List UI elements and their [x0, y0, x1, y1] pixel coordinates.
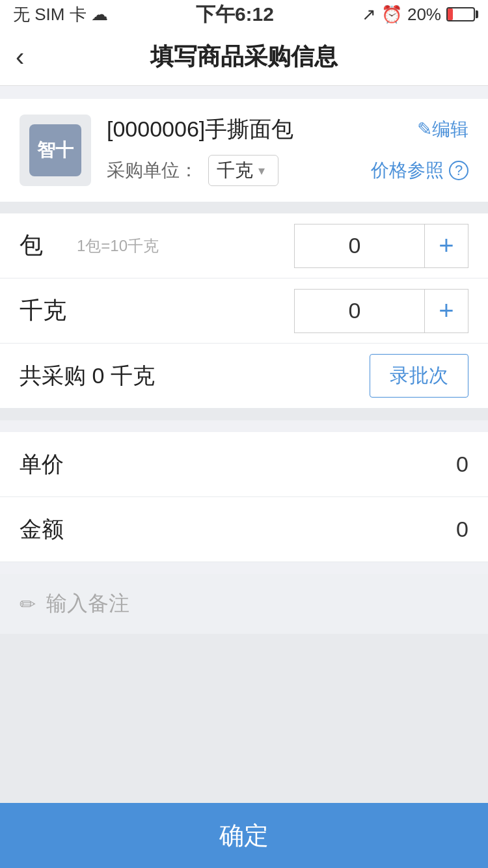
purchase-unit-label: 采购单位：	[107, 158, 198, 183]
dropdown-arrow-icon: ▾	[258, 163, 265, 178]
status-bar: 无 SIM 卡 ☁ 下午6:12 ↗ ⏰ 20%	[0, 0, 488, 29]
product-card: 智十 [0000006]手撕面包 ✎编辑 采购单位： 千克 ▾ 价格参照 ?	[0, 99, 488, 202]
kg-plus-button[interactable]: +	[424, 289, 468, 333]
confirm-button-label: 确定	[219, 819, 269, 852]
product-logo: 智十	[29, 124, 81, 176]
status-left: 无 SIM 卡 ☁	[13, 3, 108, 26]
total-purchase-text: 共采购 0 千克	[20, 361, 155, 391]
product-name-row: [0000006]手撕面包 ✎编辑	[107, 115, 468, 144]
unit-price-row: 单价 0	[0, 432, 488, 497]
unit-price-label: 单价	[20, 450, 64, 480]
amount-row: 金额 0	[0, 497, 488, 562]
kg-input-control: +	[294, 289, 468, 333]
back-button[interactable]: ‹	[16, 42, 24, 72]
pack-input-control: +	[294, 224, 468, 268]
pack-input-row: 包 1包=10千克 +	[0, 213, 488, 278]
battery-icon	[446, 7, 475, 21]
product-info: [0000006]手撕面包 ✎编辑 采购单位： 千克 ▾ 价格参照 ?	[107, 115, 468, 186]
kg-input-row: 千克 +	[0, 278, 488, 344]
amount-label: 金额	[20, 515, 64, 545]
unit-value: 千克	[217, 158, 253, 183]
kg-quantity-input[interactable]	[294, 289, 424, 333]
unit-price-value: 0	[456, 452, 468, 477]
confirm-button[interactable]: 确定	[0, 803, 488, 868]
nav-header: ‹ 填写商品采购信息	[0, 29, 488, 86]
product-name: [0000006]手撕面包	[107, 115, 293, 144]
unit-selector[interactable]: 千克 ▾	[208, 155, 278, 186]
summary-row: 共采购 0 千克 录批次	[0, 344, 488, 409]
page-title: 填写商品采购信息	[150, 41, 338, 73]
battery-percent: 20%	[407, 5, 441, 25]
alarm-icon: ⏰	[381, 5, 402, 25]
status-time: 下午6:12	[196, 1, 274, 28]
edit-button[interactable]: ✎编辑	[417, 117, 468, 142]
price-ref-button[interactable]: 价格参照 ?	[371, 158, 468, 183]
note-section[interactable]: ✏ 输入备注	[0, 574, 488, 634]
pack-sublabel: 1包=10千克	[77, 236, 294, 256]
product-image: 智十	[20, 115, 91, 186]
location-icon: ↗	[362, 5, 376, 25]
pack-label: 包	[20, 230, 72, 262]
pencil-icon: ✏	[20, 593, 36, 616]
note-placeholder-text: 输入备注	[46, 590, 129, 618]
purchase-unit-row: 采购单位： 千克 ▾ 价格参照 ?	[107, 155, 468, 186]
price-section: 单价 0 金额 0	[0, 432, 488, 562]
kg-label: 千克	[20, 295, 72, 327]
divider-2	[0, 409, 488, 420]
amount-value: 0	[456, 517, 468, 542]
input-section: 包 1包=10千克 + 千克 +	[0, 213, 488, 344]
status-right: ↗ ⏰ 20%	[362, 5, 475, 25]
price-ref-label: 价格参照	[371, 158, 444, 183]
sim-status: 无 SIM 卡 ☁	[13, 3, 108, 26]
divider-1	[0, 202, 488, 213]
pack-plus-button[interactable]: +	[424, 224, 468, 268]
batch-record-button[interactable]: 录批次	[370, 354, 468, 398]
help-icon: ?	[449, 161, 468, 180]
pack-quantity-input[interactable]	[294, 224, 424, 268]
